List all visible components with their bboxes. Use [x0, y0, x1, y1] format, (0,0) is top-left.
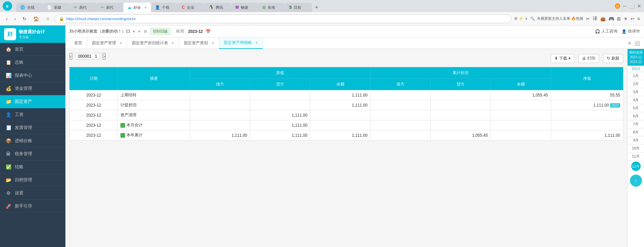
period-month-item[interactable]: 11月: [628, 152, 644, 161]
tab-close-icon[interactable]: ✕: [171, 41, 174, 45]
tab-mubiao[interactable]: S 目前: [285, 3, 312, 12]
period-month-item[interactable]: 4月: [628, 96, 644, 104]
tab-label: 企业: [187, 5, 194, 10]
page-tab-home[interactable]: 首页: [69, 38, 87, 49]
cell-accum-credit: 1,055.45: [431, 130, 491, 140]
tab-close-icon[interactable]: ✕: [211, 41, 214, 45]
sidebar-item-reports[interactable]: 📊 报表中心: [0, 69, 65, 82]
page-number-box[interactable]: 000001 1: [75, 53, 100, 60]
tab-gedi[interactable]: ⊞ 各地: [258, 3, 285, 12]
table-row: 2023-12 资产清理 1,111.00: [70, 110, 623, 120]
calendar-icon[interactable]: 📅: [206, 29, 211, 34]
wallet-icon[interactable]: 👜: [600, 16, 606, 21]
window-close[interactable]: ✕: [637, 3, 641, 9]
period-month-item[interactable]: 6月: [628, 112, 644, 120]
menu-icon[interactable]: ≡: [637, 16, 640, 21]
page-tab-asset-detail[interactable]: 固定资产明细账 ✕: [219, 38, 263, 49]
qq-icon: 🐧: [209, 5, 214, 10]
period-month-item[interactable]: 3月: [628, 88, 644, 96]
tab-haohui[interactable]: ☁ 好会 ✕: [123, 3, 151, 12]
page-tab-asset-mgmt[interactable]: 固定资产管理 ✕: [87, 38, 127, 49]
tab-changjie[interactable]: M 畅捷: [231, 3, 258, 12]
sidebar-item-payroll[interactable]: 👤 工资: [0, 108, 65, 121]
add-btn[interactable]: +: [138, 28, 141, 35]
period-value: 2023-12: [188, 29, 203, 34]
sidebar-item-home[interactable]: 🏠 首页: [0, 43, 65, 56]
restore-tab-icon[interactable]: ⬜: [634, 41, 640, 46]
tab-online[interactable]: 🌐 在线: [16, 3, 43, 12]
reload-btn[interactable]: ↻: [20, 15, 29, 23]
home-btn[interactable]: 🏠: [31, 15, 41, 23]
page-tab-depreciation-table[interactable]: 固定资产折旧统计表 ✕: [127, 38, 179, 49]
tab-close-icon[interactable]: ✕: [119, 41, 122, 45]
cell-accum-credit: [431, 90, 491, 100]
undo-icon[interactable]: ↩: [631, 16, 635, 21]
period-month-item[interactable]: 7月: [628, 120, 644, 128]
period-month-item[interactable]: 2月: [628, 80, 644, 88]
app-container: 好 畅捷通好会计 专业版 🏠 首页 📋 总账 📊 报表中心 💰 资金管理: [0, 25, 644, 247]
back-btn[interactable]: ‹: [4, 15, 10, 23]
tab-yidai1[interactable]: ✏ 易代: [70, 3, 97, 12]
sidebar-item-general-ledger[interactable]: 📋 总账: [0, 56, 65, 69]
next-page-btn[interactable]: ›: [103, 53, 106, 60]
gamepad-icon[interactable]: 🎮: [608, 16, 614, 21]
tab-qiye[interactable]: C 企业: [178, 3, 205, 12]
cell-orig-debit: [190, 100, 250, 110]
user-btn[interactable]: 👤 徐译华: [622, 28, 640, 34]
sidebar-item-funds[interactable]: 💰 资金管理: [0, 82, 65, 95]
th-orig-debit: 借方: [190, 79, 250, 90]
cell-orig-debit: 1,111.00: [190, 130, 250, 140]
sidebar-label: 设置: [15, 190, 23, 196]
sidebar-item-archive[interactable]: 📂 归档管理: [0, 174, 65, 187]
page-tab-asset-category[interactable]: 固定资产类别 ✕: [179, 38, 219, 49]
back-to-top-btn[interactable]: ↑: [630, 175, 642, 187]
company-name[interactable]: 刘小艳演示账套（勿删勿动！）11: [69, 28, 130, 34]
download-btn[interactable]: ⬇ 下载 ▾: [551, 54, 574, 63]
dropdown-arrow-icon[interactable]: ▾: [133, 29, 135, 34]
sidebar-item-invoice[interactable]: 🧾 发票管理: [0, 121, 65, 134]
tab-tengxun[interactable]: 🐧 腾讯: [205, 3, 231, 12]
tab-close-icon[interactable]: ✕: [255, 41, 258, 45]
assets-menu-icon: 📁: [5, 99, 11, 105]
tab-geshui[interactable]: 👤 个税: [151, 3, 178, 12]
sidebar-item-tax[interactable]: 🏛 税务管理: [0, 147, 65, 161]
new-tab-btn[interactable]: +: [312, 3, 321, 12]
forward-btn[interactable]: ›: [12, 15, 18, 23]
person-icon: 👤: [155, 5, 160, 10]
sidebar-item-settings[interactable]: ⚙ 设置: [0, 187, 65, 200]
support-btn[interactable]: 🎧 人工咨询: [595, 28, 618, 34]
tab-yidai2[interactable]: ✏ 易代: [97, 3, 123, 12]
month-list: 1月2月3月4月5月6月7月8月9月10月11月12月: [628, 72, 644, 172]
sidebar-item-close[interactable]: ✅ 结账: [0, 161, 65, 174]
period-month-item[interactable]: 10月: [628, 144, 644, 152]
prev-page-btn[interactable]: ‹: [69, 53, 72, 60]
bookmark-btn[interactable]: ☆: [44, 15, 52, 23]
minimize-tab-icon[interactable]: ✕: [628, 41, 632, 46]
funds-menu-icon: 💰: [5, 85, 11, 91]
period-month-item[interactable]: 5月: [628, 104, 644, 112]
brightness-icon[interactable]: ☀: [624, 16, 628, 21]
layout-icon[interactable]: ⊞: [617, 16, 621, 21]
window-min[interactable]: ─: [623, 3, 626, 9]
settings-gear-icon[interactable]: ⚙: [144, 29, 147, 34]
window-max[interactable]: ⬜: [629, 3, 635, 9]
sidebar-item-guide[interactable]: 🚀 新手引导: [0, 200, 65, 213]
switch-version-btn[interactable]: 切到旧版: [150, 28, 171, 35]
sidebar-item-sales[interactable]: 📦 进销台账: [0, 134, 65, 147]
period-year[interactable]: 2023: [628, 66, 644, 72]
refresh-btn[interactable]: ↻ 刷新: [603, 54, 623, 63]
period-month-item[interactable]: 12月: [631, 162, 641, 171]
search-area[interactable]: 🔍 央视更新主持人名单 🔥热搜: [530, 16, 583, 21]
address-bar[interactable]: 🔒 https://cloud.chanjet.com/accounting/u…: [55, 14, 511, 23]
cell-orig-debit: [190, 110, 250, 120]
sidebar-item-fixed-assets[interactable]: 📁 固定资产: [0, 95, 65, 108]
period-month-item[interactable]: 9月: [628, 136, 644, 144]
period-month-item[interactable]: 8月: [628, 128, 644, 136]
period-month-item[interactable]: 1月: [628, 72, 644, 80]
scissors-icon[interactable]: ✂: [586, 16, 590, 21]
translate-icon[interactable]: 译: [593, 16, 597, 22]
period-selected2: 2023.12: [628, 60, 643, 64]
print-btn[interactable]: 🖨 打印: [578, 54, 599, 63]
tab-new[interactable]: 📄 新建: [43, 3, 70, 12]
tab-close-btn[interactable]: ✕: [144, 6, 147, 9]
